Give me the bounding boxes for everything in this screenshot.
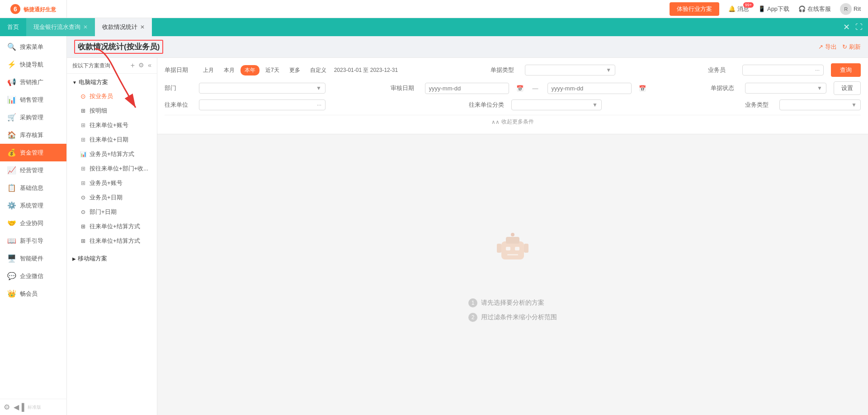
review-date-from[interactable] <box>425 83 509 94</box>
voucher-type-select[interactable]: ▼ <box>525 65 615 75</box>
partner-select[interactable]: ··· <box>199 99 326 110</box>
export-btn[interactable]: ↗ 导出 <box>818 43 837 51</box>
calendar-icon-to[interactable]: 📅 <box>639 85 646 92</box>
collapse-btn[interactable]: ∧∧ 收起更多条件 <box>165 115 861 128</box>
review-date-to[interactable] <box>547 83 632 94</box>
user-avatar[interactable]: R Rit <box>840 3 861 15</box>
refresh-icon: ↻ <box>842 43 847 50</box>
content-area: 收款情况统计(按业务员) ↗ 导出 ↻ 刷新 <box>67 36 868 415</box>
tab-home[interactable]: 首页 <box>0 18 26 36</box>
tab-receipts-close[interactable]: ✕ <box>140 24 145 30</box>
date-tab-custom[interactable]: 自定义 <box>306 65 330 75</box>
sidebar-item-finance[interactable]: 💰 资金管理 <box>0 144 66 161</box>
review-date-label: 审核日期 <box>391 84 418 92</box>
scheme-icon-dd: ⊙ <box>80 208 87 216</box>
mobile-group-title[interactable]: ▶ 移动端方案 <box>67 252 157 265</box>
scheme-item-sales-account[interactable]: ⊞ 业务员+账号 <box>67 176 157 190</box>
tab-maximize[interactable]: ⛶ <box>855 23 863 31</box>
partner-more-icon[interactable]: ··· <box>317 102 321 108</box>
purchase-icon: 🛒 <box>7 113 16 122</box>
page-wrapper: 6 畅捷通好生意 体验行业方案 🔔 消息 99+ 📱 App下载 🎧 在线客服 … <box>0 0 868 415</box>
sidebar-item-purchase[interactable]: 🛒 采购管理 <box>0 108 66 126</box>
dept-select[interactable]: ▼ <box>199 83 326 94</box>
scheme-add-btn[interactable]: + <box>131 61 135 70</box>
sidebar-item-vip[interactable]: 👑 畅会员 <box>0 285 66 302</box>
svg-rect-1 <box>506 237 519 244</box>
scheme-item-detail[interactable]: ⊞ 按明细 <box>67 104 157 118</box>
voucher-status-select[interactable]: ▼ <box>745 83 826 94</box>
scheme-icon-sd: ⊙ <box>80 194 87 201</box>
desktop-group-title[interactable]: ▼ 电脑端方案 <box>67 75 157 89</box>
hint-item-2: 2 用过滤条件来缩小分析范围 <box>468 313 557 322</box>
scheme-icon-sa: ⊞ <box>80 179 87 187</box>
tab-receipts[interactable]: 收款情况统计 ✕ <box>95 18 152 36</box>
sidebar-item-inventory[interactable]: 🏠 库存核算 <box>0 126 66 144</box>
app-download-btn[interactable]: 📱 App下载 <box>758 5 789 13</box>
scheme-collapse-btn[interactable]: « <box>148 61 151 70</box>
sidebar-item-nav[interactable]: ⚡ 快捷导航 <box>0 56 66 73</box>
partner-cat-select[interactable]: ▼ <box>511 99 602 110</box>
sidebar-item-corp[interactable]: 🤝 企业协同 <box>0 214 66 232</box>
search-icon: 🔍 <box>7 42 16 51</box>
biz-type-select[interactable]: ▼ <box>779 99 861 110</box>
online-service-btn[interactable]: 🎧 在线客服 <box>798 5 831 13</box>
refresh-btn[interactable]: ↻ 刷新 <box>842 43 861 51</box>
date-tab-this-month[interactable]: 本月 <box>220 65 239 75</box>
scheme-item-partner-dept[interactable]: ⊞ 按往来单位+部门+收... <box>67 161 157 176</box>
settings-bottom-icon[interactable]: ⚙ <box>4 403 10 411</box>
tab-bar: 首页 现金银行流水查询 ✕ 收款情况统计 ✕ ✕ ⛶ <box>0 18 868 36</box>
scheme-item-partner-account[interactable]: ⊞ 往来单位+账号 <box>67 118 157 132</box>
scheme-active-icon: ⊙ <box>80 93 87 100</box>
scheme-item-salesperson[interactable]: ⊙ 按业务员 <box>67 89 157 104</box>
trial-btn[interactable]: 体验行业方案 <box>670 2 719 16</box>
filter-and-content: 单据日期 上月 本月 本年 近7天 更多 自定义 2023-01-01 至 20… <box>157 58 868 415</box>
calendar-icon-from[interactable]: 📅 <box>516 85 524 92</box>
scheme-settings-btn[interactable]: ⚙ <box>138 61 144 70</box>
svg-rect-5 <box>506 247 510 250</box>
tab-cashflow-close[interactable]: ✕ <box>83 24 88 30</box>
scheme-header: 按以下方案查询 + ⚙ « <box>67 58 157 74</box>
date-tab-this-year[interactable]: 本年 <box>241 65 259 75</box>
sidebar-item-hardware[interactable]: 🖥️ 智能硬件 <box>0 250 66 267</box>
scheme-item-partner-settle2[interactable]: ⊞ 往来单位+结算方式 <box>67 234 157 248</box>
mobile-scheme-group: ▶ 移动端方案 <box>67 250 157 267</box>
set-btn[interactable]: 设置 <box>834 81 861 95</box>
partner-cat-arrow: ▼ <box>592 102 598 108</box>
date-tab-7days[interactable]: 近7天 <box>261 65 283 75</box>
date-tab-last-month[interactable]: 上月 <box>199 65 218 75</box>
date-tabs: 上月 本月 本年 近7天 更多 自定义 2023-01-01 至 2023-12… <box>199 65 398 75</box>
sidebar-item-system[interactable]: ⚙️ 系统管理 <box>0 197 66 214</box>
query-btn[interactable]: 查询 <box>831 63 861 77</box>
tab-close-all[interactable]: ✕ <box>843 22 850 32</box>
biz-type-arrow: ▼ <box>851 102 857 108</box>
collapse-sidebar-icon[interactable]: ◀▐ <box>14 403 24 411</box>
sidebar-item-marketing[interactable]: 📢 营销推广 <box>0 73 66 91</box>
scheme-item-sales-settle[interactable]: 📊 业务员+结算方式 <box>67 147 157 161</box>
voucher-type-arrow: ▼ <box>606 67 611 73</box>
scheme-icon-pdc: ⊞ <box>80 165 87 172</box>
scheme-header-actions: + ⚙ « <box>131 61 151 70</box>
sidebar-item-management[interactable]: 📈 经营管理 <box>0 161 66 179</box>
chevron-down-icon: ▼ <box>72 80 77 85</box>
sidebar-item-sales[interactable]: 📊 销售管理 <box>0 91 66 108</box>
salesperson-select[interactable]: ··· <box>742 65 824 75</box>
scheme-item-dept-date[interactable]: ⊙ 部门+日期 <box>67 205 157 219</box>
sidebar-item-basic[interactable]: 📋 基础信息 <box>0 179 66 197</box>
svg-rect-6 <box>515 247 519 250</box>
msg-badge: 99+ <box>743 2 754 8</box>
header-row: 6 畅捷通好生意 体验行业方案 🔔 消息 99+ 📱 App下载 🎧 在线客服 … <box>0 0 868 18</box>
sidebar-item-wechat[interactable]: 💬 企业微信 <box>0 267 66 285</box>
tab-cashflow[interactable]: 现金银行流水查询 ✕ <box>26 18 95 36</box>
sidebar-item-search[interactable]: 🔍 搜索菜单 <box>0 38 66 56</box>
scheme-item-partner-date[interactable]: ⊞ 往来单位+日期 <box>67 132 157 147</box>
hint-num-2: 2 <box>468 313 477 322</box>
desktop-scheme-group: ▼ 电脑端方案 ⊙ 按业务员 ⊞ 按明细 ⊞ 往 <box>67 74 157 250</box>
nav-icon: ⚡ <box>7 60 16 69</box>
dept-arrow: ▼ <box>316 85 321 91</box>
scheme-item-sales-date[interactable]: ⊙ 业务员+日期 <box>67 190 157 205</box>
date-tab-more[interactable]: 更多 <box>285 65 304 75</box>
scheme-item-partner-settle1[interactable]: ⊞ 往来单位+结算方式 <box>67 219 157 234</box>
empty-hint: 1 请先选择要分析的方案 2 用过滤条件来缩小分析范围 <box>468 298 557 322</box>
sidebar-item-guide[interactable]: 📖 新手引导 <box>0 232 66 250</box>
messages-btn[interactable]: 🔔 消息 99+ <box>728 5 749 13</box>
